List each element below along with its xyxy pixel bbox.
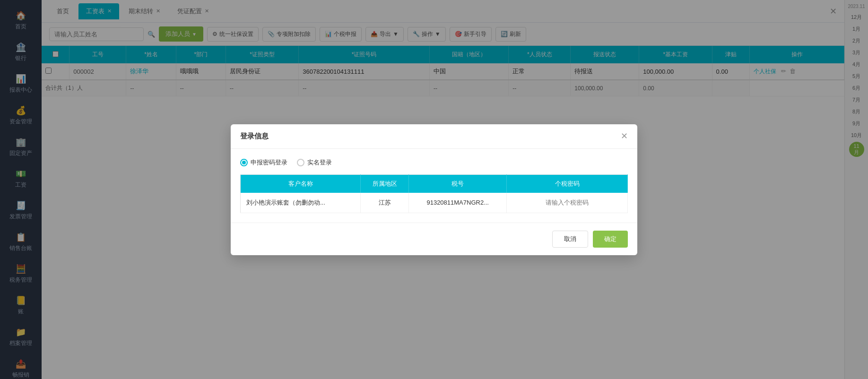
dialog-title: 登录信息 [240,132,269,141]
confirm-button[interactable]: 确定 [593,231,628,248]
radio-group: 申报密码登录 实名登录 [240,158,628,167]
login-tax-no: 91320811MA7NGR2... [409,193,507,213]
col-tax-password: 个税密码 [507,174,628,193]
radio-password-login[interactable]: 申报密码登录 [240,158,287,167]
dialog-footer: 取消 确定 [231,223,637,255]
radio-realname-label: 实名登录 [307,158,332,167]
login-info-table: 客户名称 所属地区 税号 个税密码 刘小艳演示账套（勿删勿动... 江苏 913… [240,174,628,213]
login-table-header: 客户名称 所属地区 税号 个税密码 [241,174,628,193]
radio-realname-dot [297,159,304,166]
login-dialog: 登录信息 ✕ 申报密码登录 实名登录 客户名称 所属地区 [231,124,637,255]
login-client-name: 刘小艳演示账套（勿删勿动... [241,193,361,213]
login-region: 江苏 [361,193,409,213]
col-tax-no: 税号 [409,174,507,193]
radio-password-dot [240,159,248,166]
tax-password-input[interactable] [512,199,622,206]
login-table-row: 刘小艳演示账套（勿删勿动... 江苏 91320811MA7NGR2... [241,193,628,213]
radio-realname-login[interactable]: 实名登录 [297,158,332,167]
dialog-header: 登录信息 ✕ [231,124,637,149]
login-tax-password-cell [507,193,628,213]
radio-password-label: 申报密码登录 [251,158,287,167]
dialog-body: 申报密码登录 实名登录 客户名称 所属地区 税号 个税密码 [231,149,637,223]
dialog-overlay: 登录信息 ✕ 申报密码登录 实名登录 客户名称 所属地区 [0,0,868,379]
dialog-close-button[interactable]: ✕ [621,132,628,140]
col-client-name: 客户名称 [241,174,361,193]
col-region: 所属地区 [361,174,409,193]
cancel-button[interactable]: 取消 [552,231,588,248]
